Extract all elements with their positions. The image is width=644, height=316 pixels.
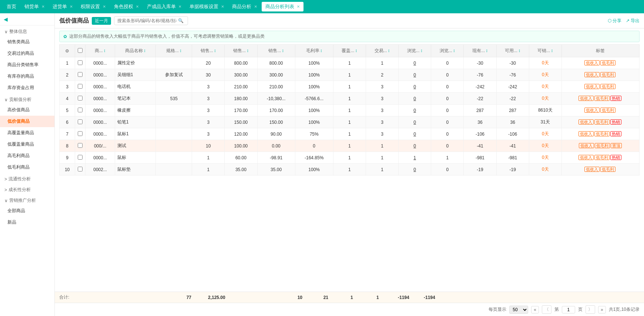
view1-link[interactable]: 0 — [413, 84, 416, 89]
current-stock-col-header[interactable]: 现有...↕ — [464, 45, 496, 57]
transaction-col-header[interactable]: 交易...↕ — [366, 45, 398, 57]
view1-link[interactable]: 0 — [413, 132, 416, 137]
next-page-button[interactable]: 〉 — [586, 305, 595, 314]
filter-tag-recent-month[interactable]: 近一月 — [92, 17, 111, 25]
margin-col-header[interactable]: 毛利率↕ — [295, 45, 333, 57]
view2-col-header[interactable]: 浏览...↕ — [431, 45, 464, 57]
view1-link[interactable]: 0 — [413, 120, 416, 125]
view1-link[interactable]: 0 — [413, 72, 416, 78]
view1-col-header[interactable]: 浏览...↕ — [399, 45, 431, 57]
nav-home[interactable]: 首页 — [3, 2, 20, 11]
sidebar-item-stocked-products[interactable]: 有库存的商品 — [0, 71, 54, 82]
close-icon[interactable]: × — [70, 4, 73, 9]
sidebar-section-overall[interactable]: ∨ 整体信息 — [0, 26, 54, 36]
sale-amt1-col-header[interactable]: 销售...↕ — [225, 45, 257, 57]
close-icon[interactable]: × — [42, 4, 45, 9]
settings-col-header[interactable]: ⚙ — [60, 45, 75, 57]
sidebar-item-sales-products[interactable]: 销售类商品 — [0, 36, 54, 48]
share-button[interactable]: ⬡ 分享 — [608, 18, 621, 24]
nav-product-analysis-list[interactable]: 商品分析列表 × — [262, 2, 303, 11]
sidebar-section-contribution[interactable]: ∨ 贡献值分析 — [0, 94, 54, 104]
row-view1[interactable]: 0 — [399, 57, 431, 69]
nav-permissions[interactable]: 权限设置 × — [77, 2, 109, 11]
last-page-button[interactable]: » — [598, 306, 606, 313]
view1-link[interactable]: 0 — [413, 108, 416, 113]
row-checkbox-cell[interactable] — [75, 164, 85, 176]
row-checkbox-cell[interactable] — [75, 93, 85, 105]
row-checkbox-cell[interactable] — [75, 152, 85, 164]
row-view1[interactable]: 0 — [399, 81, 431, 93]
available-stock-col-header[interactable]: 可用...↕ — [496, 45, 529, 57]
search-input[interactable] — [117, 18, 177, 23]
row-view1[interactable]: 0 — [399, 164, 431, 176]
close-icon[interactable]: × — [103, 4, 106, 9]
sidebar-section-marketing[interactable]: ∨ 营销推广分析 — [0, 194, 54, 205]
nav-purchase-order[interactable]: 进货单 × — [49, 2, 76, 11]
sale-qty-col-header[interactable]: 销售...↕ — [192, 45, 225, 57]
row-checkbox-cell[interactable] — [75, 57, 85, 69]
sidebar-item-low-coverage[interactable]: 低覆盖量商品 — [0, 139, 54, 150]
per-page-select[interactable]: 50 100 — [509, 306, 528, 314]
spec-col-header[interactable]: 规格...↕ — [156, 45, 192, 57]
view1-link[interactable]: 1 — [413, 155, 416, 160]
sidebar-item-category-sales-rate[interactable]: 商品分类销售率 — [0, 59, 54, 71]
close-icon[interactable]: × — [179, 4, 182, 9]
code-col-header[interactable]: 商...↕ — [85, 45, 115, 57]
nav-role-auth[interactable]: 角色授权 × — [110, 2, 142, 11]
row-checkbox[interactable] — [78, 108, 83, 112]
coverage-col-header[interactable]: 覆盖...↕ — [333, 45, 366, 57]
sidebar-section-flow[interactable]: > 流通性分析 — [0, 173, 54, 184]
row-view1[interactable]: 0 — [399, 105, 431, 116]
sidebar-item-low-value[interactable]: 低价值商品 — [0, 116, 54, 127]
row-checkbox-cell[interactable] — [75, 81, 85, 93]
view1-link[interactable]: 0 — [413, 61, 416, 66]
close-icon[interactable]: × — [254, 4, 257, 9]
select-all-col-header[interactable] — [75, 45, 85, 57]
sidebar-item-low-margin[interactable]: 低毛利商品 — [0, 162, 54, 173]
nav-template-settings[interactable]: 单据模板设置 × — [186, 2, 228, 11]
sidebar-item-all-products[interactable]: 全部商品 — [0, 205, 54, 217]
row-checkbox[interactable] — [78, 155, 83, 160]
row-checkbox-cell[interactable] — [75, 69, 85, 81]
row-checkbox-cell[interactable] — [75, 105, 85, 116]
sidebar-item-new-products[interactable]: 新品 — [0, 217, 54, 228]
current-page-input[interactable] — [562, 306, 575, 313]
select-all-checkbox[interactable] — [78, 48, 83, 53]
row-view1[interactable]: 0 — [399, 140, 431, 152]
row-view1[interactable]: 0 — [399, 69, 431, 81]
search-icon[interactable]: 🔍 — [178, 18, 184, 23]
name-col-header[interactable]: 商品名称↕ — [115, 45, 156, 57]
sidebar-section-growth[interactable]: > 成长性分析 — [0, 184, 54, 194]
nav-sales-order[interactable]: 销货单 × — [21, 2, 48, 11]
sidebar-collapse-icon[interactable]: ◀ — [4, 16, 8, 22]
row-view1[interactable]: 0 — [399, 93, 431, 105]
view1-link[interactable]: 0 — [413, 143, 416, 149]
row-checkbox[interactable] — [78, 167, 83, 171]
saleable-col-header[interactable]: 可销...↕ — [529, 45, 561, 57]
view1-link[interactable]: 0 — [413, 96, 416, 101]
first-page-button[interactable]: « — [531, 306, 539, 313]
close-icon[interactable]: × — [221, 4, 224, 9]
sale-amt2-col-header[interactable]: 销售...↕ — [257, 45, 295, 57]
row-checkbox[interactable] — [78, 72, 83, 77]
row-checkbox[interactable] — [78, 143, 83, 148]
row-checkbox-cell[interactable] — [75, 140, 85, 152]
sidebar-item-stock-capital[interactable]: 库存资金占用 — [0, 82, 54, 94]
row-checkbox[interactable] — [78, 119, 83, 124]
sidebar-item-high-coverage[interactable]: 高覆盖量商品 — [0, 127, 54, 139]
row-checkbox[interactable] — [78, 96, 83, 101]
row-view1[interactable]: 1 — [399, 152, 431, 164]
export-button[interactable]: ↗ 导出 — [626, 18, 640, 24]
prev-page-button[interactable]: 〈 — [542, 305, 551, 314]
sidebar-item-high-margin[interactable]: 高毛利商品 — [0, 150, 54, 162]
row-checkbox[interactable] — [78, 60, 83, 65]
sidebar-item-traded-products[interactable]: 交易过的商品 — [0, 48, 54, 59]
view1-link[interactable]: 0 — [413, 167, 416, 172]
row-checkbox-cell[interactable] — [75, 116, 85, 128]
row-checkbox-cell[interactable] — [75, 128, 85, 140]
close-icon[interactable]: × — [297, 4, 300, 9]
nav-product-inbound[interactable]: 产成品入库单 × — [143, 2, 185, 11]
row-view1[interactable]: 0 — [399, 116, 431, 128]
nav-product-analysis[interactable]: 商品分析 × — [228, 2, 261, 11]
row-checkbox[interactable] — [78, 131, 83, 136]
